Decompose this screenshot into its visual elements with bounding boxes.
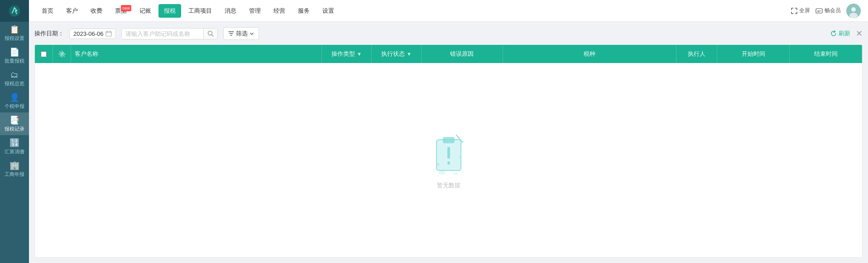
date-input[interactable]: 2023-06-06 (69, 29, 116, 39)
nav-item-settings[interactable]: 设置 (317, 4, 340, 18)
content-area: 操作日期： 2023-06-06 (29, 22, 868, 263)
personal-tax-icon: 👤 (10, 93, 19, 102)
refresh-button[interactable]: 刷新 (830, 29, 850, 38)
sidebar-item-tax-settings[interactable]: 📋 报税设置 (0, 22, 29, 44)
search-input[interactable] (122, 29, 203, 39)
nav-item-operation[interactable]: 经营 (268, 4, 291, 18)
th-client-name: 客户名称 (71, 45, 322, 63)
chevron-down-icon (249, 31, 254, 36)
sidebar-item-annual-report[interactable]: 🏢 工商年报 (0, 158, 29, 180)
filter-label: 筛选 (236, 29, 248, 38)
search-icon (207, 30, 214, 37)
nav-item-message[interactable]: 消息 (219, 4, 242, 18)
svg-rect-11 (447, 147, 450, 159)
nav-item-client[interactable]: 客户 (61, 4, 83, 18)
th-tax-type: 税种 (503, 45, 676, 63)
search-wrap (121, 28, 218, 39)
toolbar: 操作日期： 2023-06-06 (34, 27, 863, 40)
th-end-time: 结束时间 (790, 45, 862, 63)
topnav: 首页客户收费票据new记账报税工商项目消息管理经营服务设置 全屏 畅会员 (29, 0, 868, 22)
filter-button[interactable]: 筛选 (223, 27, 259, 40)
svg-point-14 (461, 141, 464, 143)
annual-report-label: 工商年报 (5, 171, 24, 178)
op-type-filter-icon: ▼ (357, 51, 362, 57)
th-executor: 执行人 (676, 45, 717, 63)
member-button[interactable]: 畅会员 (815, 7, 841, 15)
app-logo[interactable] (0, 0, 29, 22)
svg-rect-5 (106, 31, 111, 36)
fullscreen-label: 全屏 (799, 7, 810, 15)
nav-item-home[interactable]: 首页 (36, 4, 59, 18)
sidebar-item-tax-overview[interactable]: 🗂 报税总览 (0, 67, 29, 90)
svg-point-0 (9, 5, 20, 17)
svg-point-16 (453, 173, 458, 175)
annual-report-icon: 🏢 (10, 161, 19, 170)
table-header: 客户名称 操作类型 ▼ 执行状态 ▼ 错误原因 税种 执行人 (35, 45, 862, 63)
tax-records-icon: 📑 (10, 116, 19, 124)
personal-tax-label: 个税申报 (5, 103, 24, 110)
batch-tax-label: 批量报税 (5, 58, 24, 64)
svg-point-3 (851, 7, 856, 12)
nav-item-invoice[interactable]: 票据new (110, 4, 132, 18)
th-exec-status[interactable]: 执行状态 ▼ (372, 45, 422, 63)
reconcile-label: 汇算清缴 (5, 148, 24, 155)
svg-point-4 (849, 13, 858, 18)
fullscreen-icon (791, 8, 797, 14)
tax-settings-icon: 📋 (10, 25, 19, 34)
nav-item-billing[interactable]: 收费 (85, 4, 108, 18)
sidebar: 📋 报税设置 📄 批量报税 🗂 报税总览 👤 个税申报 📑 报税记录 🔢 汇算清… (0, 0, 29, 263)
date-label: 操作日期： (34, 29, 64, 38)
batch-tax-icon: 📄 (10, 48, 19, 56)
sidebar-item-personal-tax[interactable]: 👤 个税申报 (0, 90, 29, 112)
svg-rect-10 (443, 137, 455, 143)
topnav-right: 全屏 畅会员 (791, 4, 861, 18)
sidebar-item-tax-records[interactable]: 📑 报税记录 (0, 112, 29, 135)
nav-items: 首页客户收费票据new记账报税工商项目消息管理经营服务设置 (36, 4, 791, 18)
select-all-checkbox[interactable] (41, 51, 47, 57)
fullscreen-button[interactable]: 全屏 (791, 7, 810, 15)
nav-badge-invoice: new (121, 5, 131, 11)
th-checkbox[interactable] (35, 45, 53, 63)
search-button[interactable] (203, 29, 217, 39)
nav-item-account[interactable]: 记账 (134, 4, 157, 18)
th-start-time: 开始时间 (717, 45, 790, 63)
main-area: 首页客户收费票据new记账报税工商项目消息管理经营服务设置 全屏 畅会员 (29, 0, 868, 263)
table-wrap: 客户名称 操作类型 ▼ 执行状态 ▼ 错误原因 税种 执行人 (34, 44, 863, 258)
empty-state: 暂无数据 (35, 63, 862, 257)
member-icon (815, 7, 823, 15)
nav-item-tax[interactable]: 报税 (158, 4, 181, 18)
nav-item-business[interactable]: 工商项目 (183, 4, 217, 18)
tax-overview-icon: 🗂 (10, 71, 19, 79)
empty-illustration (428, 131, 469, 176)
nav-item-service[interactable]: 服务 (293, 4, 315, 18)
sidebar-item-reconcile[interactable]: 🔢 汇算清缴 (0, 135, 29, 158)
nav-item-management[interactable]: 管理 (244, 4, 266, 18)
exec-status-filter-icon: ▼ (407, 51, 412, 57)
sidebar-item-batch-tax[interactable]: 📄 批量报税 (0, 44, 29, 67)
tax-records-label: 报税记录 (5, 126, 24, 132)
th-settings[interactable] (53, 45, 71, 63)
empty-text: 暂无数据 (437, 181, 460, 190)
refresh-label: 刷新 (839, 29, 850, 38)
tax-settings-label: 报税设置 (5, 35, 24, 42)
toolbar-right: 刷新 ✕ (830, 29, 863, 38)
calendar-icon (106, 30, 112, 37)
filter-icon (228, 31, 234, 36)
th-error-reason: 错误原因 (422, 45, 503, 63)
close-button[interactable]: ✕ (856, 29, 863, 38)
svg-rect-12 (447, 161, 450, 165)
settings-icon (58, 50, 66, 58)
th-op-type[interactable]: 操作类型 ▼ (322, 45, 372, 63)
reconcile-icon: 🔢 (10, 139, 19, 147)
svg-point-15 (438, 171, 446, 175)
date-value: 2023-06-06 (73, 30, 104, 37)
tax-overview-label: 报税总览 (5, 80, 24, 87)
member-label: 畅会员 (825, 7, 841, 15)
refresh-icon (830, 30, 837, 37)
avatar[interactable] (846, 4, 861, 18)
